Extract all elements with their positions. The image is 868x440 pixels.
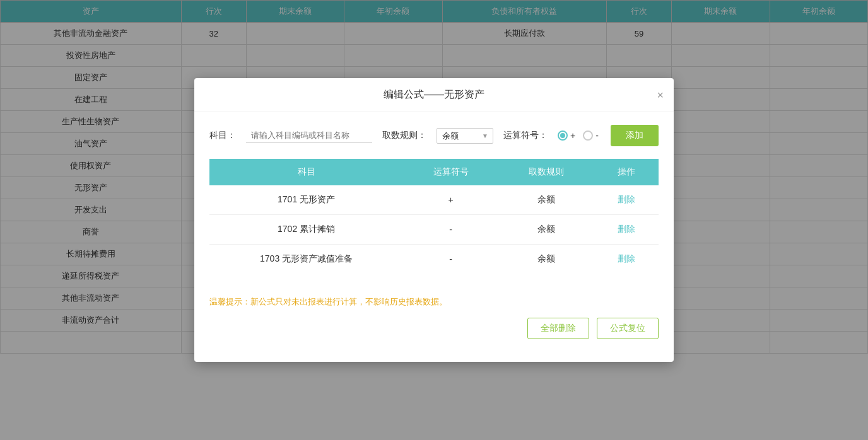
row3-rule: 余额 bbox=[498, 245, 594, 274]
row3-operator: - bbox=[403, 245, 498, 274]
rule-label: 取数规则： bbox=[382, 130, 426, 141]
th-subject: 科目 bbox=[209, 159, 403, 185]
radio-plus-circle bbox=[558, 130, 568, 141]
operator-plus-radio[interactable]: + bbox=[558, 130, 575, 141]
row1-operator: + bbox=[403, 185, 498, 215]
delete-row2-link[interactable]: 删除 bbox=[618, 224, 635, 234]
table-row: 1702 累计摊销 - 余额 删除 bbox=[209, 215, 659, 245]
subject-label: 科目： bbox=[209, 130, 236, 141]
operator-minus-radio[interactable]: - bbox=[583, 130, 599, 141]
table-header-row: 科目 运算符号 取数规则 操作 bbox=[209, 159, 659, 185]
rule-select[interactable]: 余额 借方 贷方 借方余额 贷方余额 bbox=[437, 128, 493, 144]
rule-select-wrapper: 余额 借方 贷方 借方余额 贷方余额 ▼ bbox=[437, 128, 493, 144]
footer-actions: 全部删除 公式复位 bbox=[194, 318, 674, 352]
th-action: 操作 bbox=[594, 159, 659, 185]
close-button[interactable]: × bbox=[657, 90, 664, 101]
delete-row3-link[interactable]: 删除 bbox=[618, 253, 635, 263]
th-operator: 运算符号 bbox=[403, 159, 498, 185]
footer-note: 温馨提示：新公式只对未出报表进行计算，不影响历史报表数据。 bbox=[194, 296, 674, 318]
reset-formula-button[interactable]: 公式复位 bbox=[597, 318, 659, 339]
row2-rule: 余额 bbox=[498, 215, 594, 245]
subject-input[interactable] bbox=[246, 128, 372, 143]
add-button[interactable]: 添加 bbox=[611, 125, 659, 146]
modal-header: 编辑公式——无形资产 × bbox=[194, 78, 674, 112]
th-rule: 取数规则 bbox=[498, 159, 594, 185]
formula-form-row: 科目： 取数规则： 余额 借方 贷方 借方余额 贷方余额 ▼ 运算符号： bbox=[209, 125, 659, 146]
row2-action: 删除 bbox=[594, 215, 659, 245]
modal-title: 编辑公式——无形资产 bbox=[384, 89, 484, 100]
radio-minus-circle bbox=[583, 130, 593, 141]
row1-action: 删除 bbox=[594, 185, 659, 215]
row3-action: 删除 bbox=[594, 245, 659, 274]
modal-overlay: 编辑公式——无形资产 × 科目： 取数规则： 余额 借方 贷方 借方余额 bbox=[0, 0, 868, 440]
row2-operator: - bbox=[403, 215, 498, 245]
row1-subject: 1701 无形资产 bbox=[209, 185, 403, 215]
operator-plus-label: + bbox=[570, 130, 575, 141]
edit-formula-modal: 编辑公式——无形资产 × 科目： 取数规则： 余额 借方 贷方 借方余额 bbox=[194, 78, 674, 362]
delete-all-button[interactable]: 全部删除 bbox=[527, 318, 589, 339]
row1-rule: 余额 bbox=[498, 185, 594, 215]
operator-radio-group: + - bbox=[558, 130, 599, 141]
row2-subject: 1702 累计摊销 bbox=[209, 215, 403, 245]
table-row: 1701 无形资产 + 余额 删除 bbox=[209, 185, 659, 215]
operator-minus-label: - bbox=[595, 130, 599, 141]
delete-row1-link[interactable]: 删除 bbox=[618, 194, 635, 204]
formula-table: 科目 运算符号 取数规则 操作 1701 无形资产 + 余额 删除 bbox=[209, 159, 659, 274]
row3-subject: 1703 无形资产减值准备 bbox=[209, 245, 403, 274]
table-row: 1703 无形资产减值准备 - 余额 删除 bbox=[209, 245, 659, 274]
operator-label: 运算符号： bbox=[503, 130, 548, 141]
modal-body: 科目： 取数规则： 余额 借方 贷方 借方余额 贷方余额 ▼ 运算符号： bbox=[194, 112, 674, 296]
